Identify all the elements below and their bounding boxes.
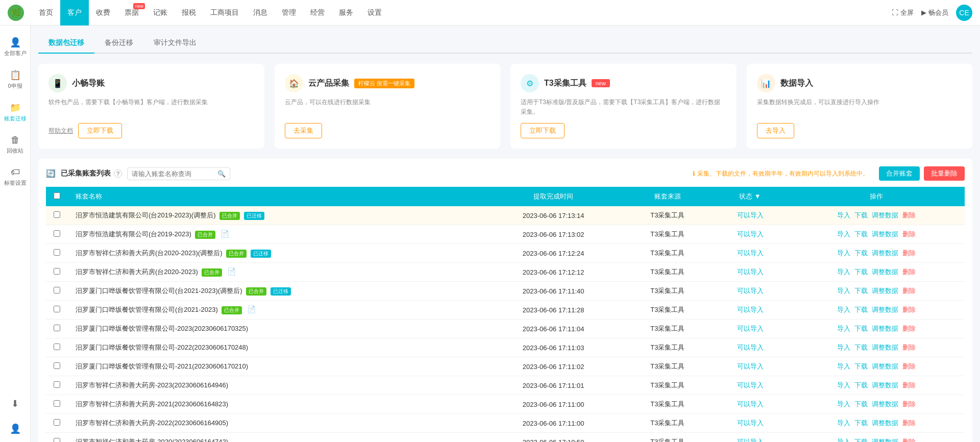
action-调整数据[interactable]: 调整数据 (872, 381, 898, 389)
action-调整数据[interactable]: 调整数据 (872, 211, 898, 219)
nav-item-home[interactable]: 首页 (32, 0, 60, 26)
sidebar-item-account-migration[interactable]: 📁 账套迁移 (0, 96, 30, 129)
row-checkbox[interactable] (54, 438, 60, 442)
action-导入[interactable]: 导入 (837, 249, 850, 257)
action-导入[interactable]: 导入 (837, 343, 850, 351)
action-下载[interactable]: 下载 (854, 306, 868, 313)
action-调整数据[interactable]: 调整数据 (872, 343, 898, 351)
action-调整数据[interactable]: 调整数据 (872, 230, 898, 238)
search-input[interactable] (132, 170, 217, 178)
nav-item-service[interactable]: 服务 (332, 0, 360, 26)
nav-item-message[interactable]: 消息 (246, 0, 275, 26)
sidebar-item-zero-report[interactable]: 📋 0申报 (0, 63, 30, 96)
row-checkbox[interactable] (54, 306, 60, 312)
row-checkbox[interactable] (54, 381, 60, 388)
action-删除[interactable]: 删除 (902, 211, 916, 219)
action-下载[interactable]: 下载 (854, 268, 868, 276)
tab-audit-export[interactable]: 审计文件导出 (143, 33, 207, 54)
card4-import-button[interactable]: 去导入 (757, 123, 794, 138)
row-checkbox[interactable] (54, 419, 60, 426)
row-checkbox[interactable] (54, 400, 60, 407)
search-icon[interactable]: 🔍 (217, 170, 226, 178)
card2-collect-button[interactable]: 去采集 (285, 123, 322, 138)
row-checkbox[interactable] (54, 211, 60, 218)
action-导入[interactable]: 导入 (837, 362, 850, 370)
action-调整数据[interactable]: 调整数据 (872, 325, 898, 332)
action-删除[interactable]: 删除 (902, 230, 916, 238)
action-导入[interactable]: 导入 (837, 325, 850, 332)
nav-item-business[interactable]: 工商项目 (203, 0, 246, 26)
file-icon[interactable]: 📄 (220, 230, 229, 238)
merge-button[interactable]: 合并账套 (879, 166, 920, 181)
nav-item-operate[interactable]: 经营 (303, 0, 332, 26)
tab-backup-migration[interactable]: 备份迁移 (94, 33, 143, 54)
select-all-checkbox[interactable] (54, 192, 60, 199)
action-调整数据[interactable]: 调整数据 (872, 400, 898, 408)
row-checkbox[interactable] (54, 362, 60, 369)
action-删除[interactable]: 删除 (902, 419, 916, 427)
card1-download-button[interactable]: 立即下载 (78, 123, 122, 138)
action-导入[interactable]: 导入 (837, 306, 850, 313)
fullscreen-button[interactable]: ⛶ 全屏 (892, 8, 914, 17)
action-导入[interactable]: 导入 (837, 419, 850, 427)
action-删除[interactable]: 删除 (902, 381, 916, 389)
action-导入[interactable]: 导入 (837, 287, 850, 294)
nav-item-bill[interactable]: 票据 new (117, 0, 146, 26)
action-删除[interactable]: 删除 (902, 287, 916, 294)
action-删除[interactable]: 删除 (902, 400, 916, 408)
action-下载[interactable]: 下载 (854, 343, 868, 351)
sidebar-item-tag-settings[interactable]: 🏷 标签设置 (0, 161, 30, 193)
action-调整数据[interactable]: 调整数据 (872, 249, 898, 257)
card3-download-button[interactable]: 立即下载 (521, 123, 565, 138)
sidebar-item-recycle[interactable]: 🗑 回收站 (0, 129, 30, 161)
action-下载[interactable]: 下载 (854, 211, 868, 219)
nav-item-manage[interactable]: 管理 (275, 0, 303, 26)
action-下载[interactable]: 下载 (854, 230, 868, 238)
action-下载[interactable]: 下载 (854, 287, 868, 294)
action-导入[interactable]: 导入 (837, 268, 850, 276)
action-导入[interactable]: 导入 (837, 381, 850, 389)
action-删除[interactable]: 删除 (902, 343, 916, 351)
action-导入[interactable]: 导入 (837, 230, 850, 238)
nav-item-tax[interactable]: 报税 (175, 0, 203, 26)
action-导入[interactable]: 导入 (837, 438, 850, 442)
action-删除[interactable]: 删除 (902, 438, 916, 442)
refresh-icon[interactable]: 🔄 (46, 169, 56, 178)
action-下载[interactable]: 下载 (854, 381, 868, 389)
avatar[interactable]: CE (956, 5, 972, 21)
row-checkbox[interactable] (54, 249, 60, 256)
nav-item-bookkeeping[interactable]: 记账 (146, 0, 175, 26)
file-icon[interactable]: 📄 (227, 267, 236, 276)
action-删除[interactable]: 删除 (902, 306, 916, 313)
vip-button[interactable]: ▶ 畅会员 (921, 8, 948, 17)
action-下载[interactable]: 下载 (854, 400, 868, 408)
tab-data-migration[interactable]: 数据包迁移 (38, 33, 94, 54)
th-status[interactable]: 状态 ▼ (713, 187, 788, 206)
nav-item-fee[interactable]: 收费 (89, 0, 117, 26)
action-调整数据[interactable]: 调整数据 (872, 438, 898, 442)
action-下载[interactable]: 下载 (854, 438, 868, 442)
nav-item-client[interactable]: 客户 (60, 0, 89, 26)
sidebar-item-all-clients[interactable]: 👤 全部客户 (0, 31, 30, 63)
action-删除[interactable]: 删除 (902, 325, 916, 332)
batch-delete-button[interactable]: 批量删除 (924, 166, 965, 181)
row-checkbox[interactable] (54, 268, 60, 275)
nav-item-settings[interactable]: 设置 (360, 0, 389, 26)
action-下载[interactable]: 下载 (854, 362, 868, 370)
list-help-icon[interactable]: ? (114, 169, 122, 178)
row-checkbox[interactable] (54, 343, 60, 350)
row-checkbox[interactable] (54, 325, 60, 331)
action-导入[interactable]: 导入 (837, 400, 850, 408)
row-checkbox[interactable] (54, 230, 60, 237)
app-logo[interactable]: 🌿 (8, 5, 24, 21)
action-导入[interactable]: 导入 (837, 211, 850, 219)
action-下载[interactable]: 下载 (854, 419, 868, 427)
sidebar-download-button[interactable]: ⬇ (7, 392, 23, 417)
action-调整数据[interactable]: 调整数据 (872, 268, 898, 276)
action-下载[interactable]: 下载 (854, 325, 868, 332)
action-调整数据[interactable]: 调整数据 (872, 306, 898, 313)
sidebar-user-button[interactable]: 👤 (7, 417, 23, 442)
action-删除[interactable]: 删除 (902, 268, 916, 276)
card1-help-link[interactable]: 帮助文档 (48, 127, 73, 135)
action-删除[interactable]: 删除 (902, 249, 916, 257)
